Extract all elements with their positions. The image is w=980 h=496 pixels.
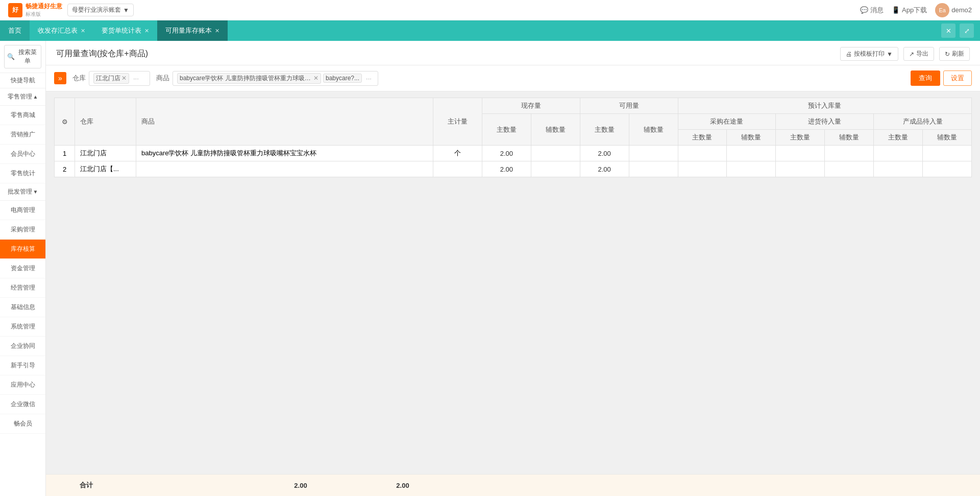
cell-product xyxy=(136,161,433,177)
close-tab-shoufacun[interactable]: ✕ xyxy=(81,28,85,34)
page-title: 可用量查询(按仓库+商品) xyxy=(56,49,148,59)
remove-warehouse-tag[interactable]: ✕ xyxy=(121,75,127,82)
cell-unit xyxy=(433,161,482,177)
sidebar-item-批发管理[interactable]: 批发管理 ▼ xyxy=(0,183,45,201)
col-unit-header: 主计量 xyxy=(433,98,482,146)
cell-no: 2 xyxy=(55,161,75,177)
sidebar-search-area: 🔍 搜索菜单 xyxy=(0,41,45,73)
filter-toggle-btn[interactable]: » xyxy=(54,72,66,84)
cell-avail-aux xyxy=(629,146,678,161)
cell-pur-main xyxy=(678,161,727,177)
sidebar-item-采购管理[interactable]: 采购管理 xyxy=(0,220,45,240)
sidebar-item-零售统计[interactable]: 零售统计 xyxy=(0,164,45,183)
col-product-header: 商品 xyxy=(136,98,433,146)
sidebar: 🔍 搜索菜单 快捷导航 零售管理 ▲ 零售商城 营销推广 会员中心 零售统计 批… xyxy=(0,41,46,496)
close-all-tabs[interactable]: ✕ xyxy=(941,23,955,38)
chevron-down-icon: ▼ xyxy=(123,7,129,14)
cell-pin-aux xyxy=(825,161,874,177)
sidebar-item-零售商城[interactable]: 零售商城 xyxy=(0,106,45,125)
top-bar: 好 畅捷通好生意 标准版 母婴行业演示账套 ▼ 💬 消息 📱 App下载 Ea … xyxy=(0,0,980,20)
export-icon: ↗ xyxy=(909,51,914,58)
page-header: 可用量查询(按仓库+商品) 🖨 按模板打印 ▼ ↗ 导出 ↻ 刷新 xyxy=(46,41,980,65)
cell-stock-aux xyxy=(531,146,580,161)
export-btn[interactable]: ↗ 导出 xyxy=(903,47,934,61)
logo-area: 好 畅捷通好生意 标准版 xyxy=(8,2,62,18)
sidebar-item-营销推广[interactable]: 营销推广 xyxy=(0,125,45,145)
col-pur-group: 采购在途量 xyxy=(678,114,776,130)
sidebar-item-应用中心[interactable]: 应用中心 xyxy=(0,375,45,395)
main-layout: 🔍 搜索菜单 快捷导航 零售管理 ▲ 零售商城 营销推广 会员中心 零售统计 批… xyxy=(0,41,980,496)
arrow-icon-2: ▼ xyxy=(33,189,38,195)
close-tab-keyongliang[interactable]: ✕ xyxy=(215,28,219,34)
cell-prod-main xyxy=(874,161,923,177)
cell-no: 1 xyxy=(55,146,75,161)
query-btn[interactable]: 查询 xyxy=(911,70,940,86)
warehouse-more[interactable]: ··· xyxy=(131,75,141,82)
sidebar-item-电商管理[interactable]: 电商管理 xyxy=(0,201,45,220)
sidebar-item-库存核算[interactable]: 库存核算 xyxy=(0,240,45,259)
cell-pur-main xyxy=(678,146,727,161)
col-avail-aux-header: 辅数量 xyxy=(629,114,678,146)
warehouse-input[interactable]: 江北门店 ✕ ··· xyxy=(89,71,150,86)
cell-avail-aux xyxy=(629,161,678,177)
top-bar-left: 好 畅捷通好生意 标准版 母婴行业演示账套 ▼ xyxy=(8,2,134,18)
tab-keyongliang[interactable]: 可用量库存账本 ✕ xyxy=(157,20,228,41)
sidebar-item-新手引导[interactable]: 新手引导 xyxy=(0,356,45,375)
col-prod-group: 产成品待入量 xyxy=(874,114,972,130)
refresh-btn[interactable]: ↻ 刷新 xyxy=(939,47,970,61)
message-btn[interactable]: 💬 消息 xyxy=(860,6,884,15)
sidebar-item-资金管理[interactable]: 资金管理 xyxy=(0,259,45,278)
tab-home[interactable]: 首页 xyxy=(0,20,30,41)
nav-tabs: 首页 收发存汇总表 ✕ 要货单统计表 ✕ 可用量库存账本 ✕ ✕ ⤢ xyxy=(0,20,980,41)
warehouse-filter: 仓库 江北门店 ✕ ··· xyxy=(72,71,150,86)
cell-warehouse: 江北门店【... xyxy=(75,161,136,177)
top-bar-right: 💬 消息 📱 App下载 Ea demo2 xyxy=(860,3,972,17)
sidebar-item-会员中心[interactable]: 会员中心 xyxy=(0,145,45,164)
sidebar-item-系统管理[interactable]: 系统管理 xyxy=(0,317,45,337)
sidebar-item-企业微信[interactable]: 企业微信 xyxy=(0,395,45,414)
print-btn[interactable]: 🖨 按模板打印 ▼ xyxy=(840,47,898,61)
col-no-header: ⚙ xyxy=(55,98,75,146)
remove-product-tag-1[interactable]: ✕ xyxy=(313,75,318,82)
arrow-icon: ▲ xyxy=(33,94,38,100)
product-tag-1: babycare学饮杯 儿童防摔防撞吸管杯重力球吸嘴杯宝宝水杯 ✕ xyxy=(177,73,321,84)
expand-nav[interactable]: ⤢ xyxy=(960,23,974,38)
data-table: ⚙ 仓库 商品 主计量 现存量 可用量 预计入库量 主数量 辅数量 主数量 辅数… xyxy=(54,98,972,177)
content-area: 可用量查询(按仓库+商品) 🖨 按模板打印 ▼ ↗ 导出 ↻ 刷新 xyxy=(46,41,980,496)
col-stock-group-header: 现存量 xyxy=(482,98,580,114)
product-tag-2: babycare?... xyxy=(323,74,362,83)
logo-text: 畅捷通好生意 标准版 xyxy=(26,2,62,18)
page-actions: 🖨 按模板打印 ▼ ↗ 导出 ↻ 刷新 xyxy=(840,47,970,61)
tab-yaohuo[interactable]: 要货单统计表 ✕ xyxy=(93,20,157,41)
col-prod-aux: 辅数量 xyxy=(923,130,972,146)
sidebar-item-企业协同[interactable]: 企业协同 xyxy=(0,337,45,356)
app-download-btn[interactable]: 📱 App下载 xyxy=(892,6,927,15)
cell-pin-main xyxy=(776,146,825,161)
sidebar-item-零售管理[interactable]: 零售管理 ▲ xyxy=(0,88,45,106)
col-pur-main: 主数量 xyxy=(678,130,727,146)
cell-product: babycare学饮杯 儿童防摔防撞吸管杯重力球吸嘴杯宝宝水杯 xyxy=(136,146,433,161)
tab-shoufacun[interactable]: 收发存汇总表 ✕ xyxy=(30,20,93,41)
col-avail-group-header: 可用量 xyxy=(580,98,678,114)
col-pin-aux: 辅数量 xyxy=(825,130,874,146)
quick-nav-btn[interactable]: 快捷导航 xyxy=(0,73,45,88)
search-menu-btn[interactable]: 🔍 搜索菜单 xyxy=(4,45,41,68)
cell-avail-main: 2.00 xyxy=(580,161,629,177)
gear-icon[interactable]: ⚙ xyxy=(62,118,68,126)
sum-row: 合计 2.00 2.00 xyxy=(54,479,972,492)
settings-btn[interactable]: 设置 xyxy=(943,70,972,86)
sidebar-item-经营管理[interactable]: 经营管理 xyxy=(0,278,45,298)
cell-unit: 个 xyxy=(433,146,482,161)
warehouse-tag: 江北门店 ✕ xyxy=(93,73,129,84)
col-pin-group: 进货待入量 xyxy=(776,114,874,130)
message-icon: 💬 xyxy=(860,6,868,14)
close-tab-yaohuo[interactable]: ✕ xyxy=(144,28,149,34)
user-menu[interactable]: Ea demo2 xyxy=(935,3,972,17)
col-stock-aux-header: 辅数量 xyxy=(531,114,580,146)
product-more[interactable]: ··· xyxy=(364,75,374,82)
sidebar-item-畅会员[interactable]: 畅会员 xyxy=(0,414,45,434)
print-icon: 🖨 xyxy=(846,51,852,58)
industry-selector[interactable]: 母婴行业演示账套 ▼ xyxy=(67,4,134,16)
product-input[interactable]: babycare学饮杯 儿童防摔防撞吸管杯重力球吸嘴杯宝宝水杯 ✕ babyca… xyxy=(173,71,378,86)
sidebar-item-基础信息[interactable]: 基础信息 xyxy=(0,298,45,317)
